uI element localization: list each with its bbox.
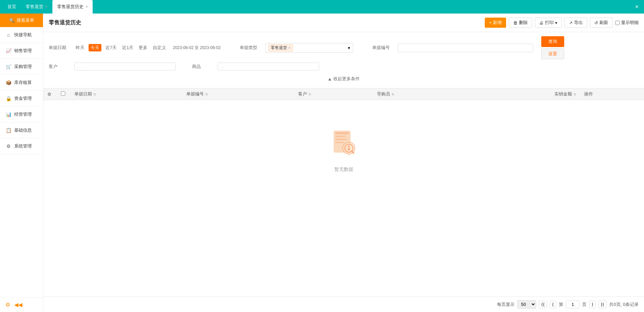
export-button[interactable]: ↗ 导出 [565, 18, 587, 28]
audio-bottom-icon[interactable]: ◀◀ [14, 302, 22, 308]
doc-type-dropdown-icon: ▾ [348, 45, 350, 50]
th-settings[interactable]: ⚙ [43, 88, 57, 100]
sidebar-item-home-label: 快捷导航 [14, 32, 32, 38]
tab-retail-return-history-label: 零售退货历史 [57, 4, 84, 10]
page-title: 零售退货历史 [49, 19, 485, 26]
tab-retail-return[interactable]: 零售退货 × [21, 0, 52, 14]
svg-rect-1 [335, 132, 349, 134]
date-opt-yesterday[interactable]: 昨天 [74, 44, 86, 51]
page-unit-label: 页 [582, 302, 587, 308]
doc-number-input[interactable] [398, 44, 533, 52]
date-range-options: 昨天 今天 近7天 近1月 更多 自定义 [74, 44, 167, 51]
table-settings-icon[interactable]: ⚙ [47, 92, 51, 97]
sidebar-item-sales-label: 销售管理 [14, 48, 32, 54]
query-button[interactable]: 查询 [541, 36, 564, 47]
sidebar-item-system[interactable]: ⚙ 系统管理 [0, 138, 43, 154]
page-last-button[interactable]: ⟩⟩ [598, 300, 606, 308]
doc-type-input[interactable]: 零售退货 × ▾ [265, 43, 353, 53]
delete-button[interactable]: 🗑 删除 [509, 18, 532, 28]
per-page-select[interactable]: 10 20 50 100 [517, 300, 536, 309]
window-close-button[interactable]: × [635, 3, 639, 10]
refresh-icon: ↺ [594, 20, 598, 25]
sidebar-search[interactable]: 🔍 搜索菜单 [0, 14, 43, 27]
select-all-checkbox[interactable] [61, 91, 65, 96]
tab-home[interactable]: 首页 [3, 0, 21, 14]
customer-input[interactable]: ... [74, 63, 176, 70]
th-doc-number[interactable]: 单据编号 ⇅ [182, 88, 294, 100]
th-operation-label: 操作 [584, 91, 593, 96]
page-first-button[interactable]: ⟨⟨ [539, 300, 547, 308]
sidebar-item-purchase[interactable]: 🛒 采购管理 [0, 59, 43, 75]
page-number-input[interactable] [566, 300, 579, 308]
print-dropdown-icon: ▾ [555, 20, 557, 25]
filter-area: 单据日期 昨天 今天 近7天 近1月 更多 自定义 2023-06-02 至 2… [43, 32, 644, 88]
date-opt-today[interactable]: 今天 [89, 44, 101, 51]
page-header: 零售退货历史 + 新增 🗑 删除 🖨 打印 ▾ ↗ 导出 ↺ [43, 14, 644, 32]
customer-label: 客户 [49, 64, 69, 70]
sidebar-item-inventory[interactable]: 📦 库存核算 [0, 75, 43, 91]
date-opt-7days[interactable]: 近7天 [104, 44, 118, 51]
th-customer-label: 客户 [298, 91, 307, 96]
tab-retail-return-history-close[interactable]: × [86, 4, 88, 9]
new-button[interactable]: + 新增 [485, 18, 506, 28]
sidebar-item-home[interactable]: ⌂ 快捷导航 [0, 27, 43, 43]
sidebar-item-finance[interactable]: 🔒 资金管理 [0, 91, 43, 107]
th-customer[interactable]: 客户 ⇅ [294, 88, 373, 100]
svg-rect-9 [348, 148, 350, 150]
sidebar-item-operations[interactable]: 📊 经营管理 [0, 107, 43, 122]
refresh-button[interactable]: ↺ 刷新 [590, 18, 613, 28]
th-guide[interactable]: 导购员 ⇅ [373, 88, 468, 100]
sidebar-bottom: ⚙ ◀◀ [0, 297, 43, 312]
sidebar-item-purchase-label: 采购管理 [14, 64, 32, 70]
svg-rect-2 [335, 136, 345, 137]
sidebar-item-inventory-label: 库存核算 [14, 80, 32, 86]
collapse-button[interactable]: ▲ 收起更多条件 [49, 74, 639, 84]
product-label: 商品 [192, 64, 212, 70]
per-page-label: 每页显示 [497, 302, 515, 308]
print-button[interactable]: 🖨 打印 ▾ [535, 18, 562, 28]
empty-state: 暂无数据 [43, 100, 644, 200]
print-label: 打印 [545, 20, 554, 26]
search-icon: 🔍 [9, 18, 15, 23]
doc-number-label: 单据编号 [372, 45, 392, 51]
operations-icon: 📊 [5, 111, 11, 117]
th-date[interactable]: 单据日期 ⇅ [70, 88, 182, 100]
doc-type-tag-close[interactable]: × [288, 46, 290, 50]
th-guide-sort-icon: ⇅ [391, 92, 394, 96]
page-next-button[interactable]: ⟩ [589, 300, 596, 308]
th-doc-number-sort-icon: ⇅ [205, 92, 208, 96]
product-input[interactable]: ... [218, 63, 319, 70]
top-bar-right: × [635, 3, 644, 10]
svg-point-8 [348, 146, 350, 147]
th-amount[interactable]: 实销金额 ⇅ [468, 88, 580, 100]
show-detail-checkbox-label[interactable]: 显示明细 [615, 20, 639, 26]
tab-home-label: 首页 [7, 4, 16, 10]
export-label: 导出 [574, 20, 583, 26]
sales-icon: 📈 [5, 48, 11, 54]
finance-icon: 🔒 [5, 95, 11, 102]
collapse-text: ▲ 收起更多条件 [328, 76, 360, 82]
sidebar-item-basic-info[interactable]: 📋 基础信息 [0, 122, 43, 138]
basic-info-icon: 📋 [5, 127, 11, 133]
th-doc-number-label: 单据编号 [186, 91, 204, 96]
delete-icon: 🗑 [513, 20, 518, 25]
table-header-row: ⚙ 单据日期 ⇅ 单据编号 ⇅ [43, 88, 644, 100]
svg-rect-3 [335, 139, 347, 140]
filter-row-2: 客户 ... 商品 ... [49, 63, 639, 70]
sidebar-item-sales[interactable]: 📈 销售管理 [0, 43, 43, 59]
tab-retail-return-history[interactable]: 零售退货历史 × [52, 0, 93, 14]
show-detail-checkbox[interactable] [615, 21, 620, 25]
tab-retail-return-close[interactable]: × [45, 4, 48, 9]
date-opt-more[interactable]: 更多 [137, 44, 149, 51]
th-amount-sort-icon: ⇅ [573, 92, 576, 96]
date-opt-1month[interactable]: 近1月 [121, 44, 135, 51]
settings-bottom-icon[interactable]: ⚙ [5, 302, 10, 308]
sidebar: 🔍 搜索菜单 ⌂ 快捷导航 📈 销售管理 🛒 采购管理 📦 库存核算 🔒 资金管… [0, 14, 43, 312]
page-prev-button[interactable]: ⟨ [550, 300, 556, 308]
print-icon: 🖨 [539, 20, 544, 25]
data-table: ⚙ 单据日期 ⇅ 单据编号 ⇅ [43, 88, 644, 100]
date-opt-custom[interactable]: 自定义 [151, 44, 167, 51]
th-guide-label: 导购员 [377, 91, 390, 96]
th-operation: 操作 [580, 88, 644, 100]
settings-button[interactable]: 设置 [541, 48, 564, 59]
